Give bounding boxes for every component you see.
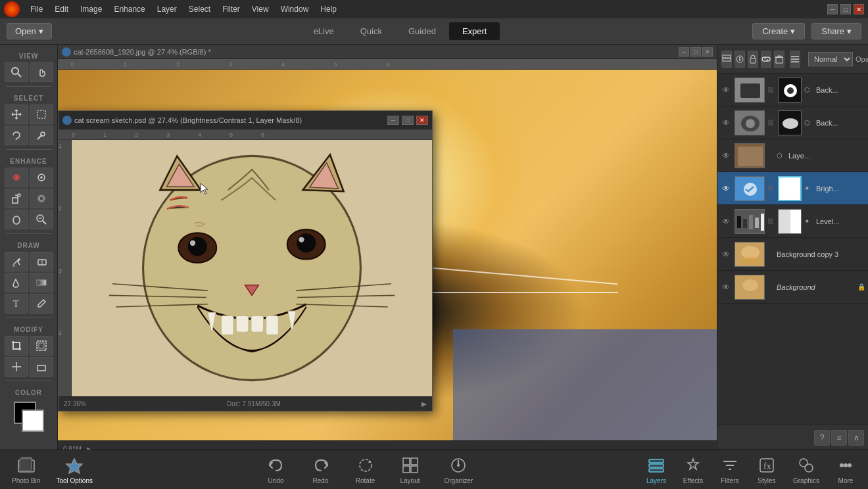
clone-stamp-tool[interactable] xyxy=(5,189,28,208)
layer-3-visibility[interactable]: 👁 xyxy=(720,150,732,162)
move-tool[interactable] xyxy=(5,105,28,124)
svg-point-11 xyxy=(39,197,43,200)
spot-heal-tool[interactable] xyxy=(30,168,53,187)
menu-help[interactable]: Help xyxy=(315,3,342,15)
close-button[interactable]: ✕ xyxy=(854,4,864,14)
tool-options-button[interactable]: Tool Options xyxy=(51,452,98,487)
gradient-tool[interactable] xyxy=(30,273,53,292)
layer-4-visibility[interactable]: 👁 xyxy=(720,183,732,195)
menu-image[interactable]: Image xyxy=(75,3,107,15)
magic-wand-tool[interactable] xyxy=(30,126,53,145)
menu-file[interactable]: File xyxy=(25,3,48,15)
styles-panel-button[interactable]: fx Styles xyxy=(751,452,783,487)
lasso-tool[interactable] xyxy=(5,126,28,145)
menu-edit[interactable]: Edit xyxy=(49,3,74,15)
shape-tool[interactable] xyxy=(30,357,53,377)
move-tool-2[interactable] xyxy=(5,357,28,377)
tool-options-icon xyxy=(64,455,85,476)
sketch-minimize-button[interactable]: ─ xyxy=(387,116,399,125)
layer-7-visibility[interactable]: 👁 xyxy=(720,281,732,293)
sketch-close-button[interactable]: ✕ xyxy=(416,116,428,125)
share-button[interactable]: Share ▾ xyxy=(811,23,861,39)
text-tool[interactable]: T xyxy=(5,294,28,314)
blur-tool[interactable] xyxy=(30,189,53,208)
sketch-canvas[interactable] xyxy=(72,140,432,396)
redo-button[interactable]: Redo xyxy=(305,452,337,487)
layer-row-4[interactable]: 👁 ⛓ ✦ Brigh... xyxy=(717,172,868,205)
layer-row-3[interactable]: 👁 ⬡ Laye... xyxy=(717,139,868,172)
layer-row-6[interactable]: 👁 Background copy 3 xyxy=(717,238,868,271)
organizer-button[interactable]: Organizer xyxy=(439,452,479,487)
menu-view[interactable]: View xyxy=(247,3,274,15)
menu-layer[interactable]: Layer xyxy=(152,3,182,15)
blend-mode-select[interactable]: Normal Multiply Screen xyxy=(808,52,853,66)
eraser-tool[interactable] xyxy=(30,252,53,271)
layer-5-thumb xyxy=(735,209,765,234)
layout-button[interactable]: Layout xyxy=(395,452,426,487)
paint-bucket-tool[interactable] xyxy=(5,273,28,292)
tab-quick[interactable]: Quick xyxy=(347,22,395,40)
background-color[interactable] xyxy=(22,409,44,432)
maximize-button[interactable]: □ xyxy=(840,4,851,14)
red-eye-tool[interactable] xyxy=(5,168,28,187)
photo-bin-button[interactable]: Photo Bin xyxy=(7,452,45,487)
svg-point-111 xyxy=(848,463,852,467)
sketch-nav-arrow[interactable]: ▶ xyxy=(422,400,427,408)
tab-expert[interactable]: Expert xyxy=(449,22,500,40)
layer-row-5[interactable]: 👁 ⛓ ✦ Level... xyxy=(717,205,868,238)
pencil-tool[interactable] xyxy=(30,294,53,314)
link-icon[interactable] xyxy=(761,51,771,68)
help-button[interactable]: ? xyxy=(814,430,830,446)
layer-6-visibility[interactable]: 👁 xyxy=(720,248,732,260)
sketch-restore-button[interactable]: □ xyxy=(402,116,414,125)
more-panel-button[interactable]: More xyxy=(830,452,861,487)
lock-icon[interactable] xyxy=(748,51,758,68)
crop-tool[interactable] xyxy=(5,336,28,356)
menu-select[interactable]: Select xyxy=(183,3,216,15)
marquee-tool[interactable] xyxy=(30,105,53,124)
sketch-window-header: cat scream sketch.psd @ 27.4% (Brightnes… xyxy=(59,111,432,129)
effects-panel-button[interactable]: Effects xyxy=(677,452,709,487)
minimize-button[interactable]: ─ xyxy=(827,4,838,14)
layer-6-name: Background copy 3 xyxy=(777,250,865,258)
bg-close-button[interactable]: ✕ xyxy=(702,47,713,57)
layers-panel-btn-label: Layers xyxy=(646,477,666,484)
rotate-button[interactable]: Rotate xyxy=(350,452,381,487)
adjustment-icon[interactable] xyxy=(735,51,745,68)
create-button[interactable]: Create ▾ xyxy=(752,23,805,39)
bg-restore-button[interactable]: □ xyxy=(690,47,701,57)
layer-2-visibility[interactable]: 👁 xyxy=(720,117,732,129)
tab-guided[interactable]: Guided xyxy=(395,22,449,40)
open-button[interactable]: Open ▾ xyxy=(7,23,52,39)
panel-menu-button[interactable]: ≡ xyxy=(831,430,847,446)
brush-tool[interactable] xyxy=(5,252,28,271)
layer-1-visibility[interactable]: 👁 xyxy=(720,84,732,96)
graphics-panel-button[interactable]: Graphics xyxy=(788,452,825,487)
menu-filter[interactable]: Filter xyxy=(217,3,245,15)
svg-text:T: T xyxy=(13,299,19,309)
tab-elive[interactable]: eLive xyxy=(301,22,347,40)
layers-panel-icon[interactable] xyxy=(721,51,732,68)
zoom-tool-2[interactable] xyxy=(30,210,53,229)
recompose-tool[interactable] xyxy=(30,336,53,356)
sponge-tool[interactable] xyxy=(5,210,28,229)
layer-row-7[interactable]: 👁 Background 🔒 xyxy=(717,271,868,304)
layers-panel-button[interactable]: Layers xyxy=(640,452,672,487)
filters-panel-button[interactable]: Filters xyxy=(714,452,746,487)
trash-icon[interactable] xyxy=(774,51,784,68)
bg-minimize-button[interactable]: ─ xyxy=(679,47,689,57)
undo-button[interactable]: Undo xyxy=(260,452,292,487)
hand-tool[interactable] xyxy=(30,62,53,82)
more-options-icon[interactable] xyxy=(790,51,800,68)
layer-5-visibility[interactable]: 👁 xyxy=(720,216,732,227)
layers-list: 👁 ⛓ ⬡ Back... 👁 ⛓ xyxy=(717,74,868,425)
layers-bottom-bar: ? ≡ ∧ xyxy=(717,425,868,450)
collapse-panel-button[interactable]: ∧ xyxy=(848,430,864,446)
layer-row-2[interactable]: 👁 ⛓ ⬡ Back... xyxy=(717,106,868,139)
menu-window[interactable]: Window xyxy=(276,3,314,15)
menu-enhance[interactable]: Enhance xyxy=(108,3,150,15)
layer-row-1[interactable]: 👁 ⛓ ⬡ Back... xyxy=(717,74,868,106)
zoom-tool[interactable] xyxy=(5,62,28,82)
canvas-area: cat-2658608_1920.jpg @ 27.4% (RGB/8) * ─… xyxy=(58,45,717,450)
bg-arrow[interactable]: ▶ xyxy=(87,446,92,450)
